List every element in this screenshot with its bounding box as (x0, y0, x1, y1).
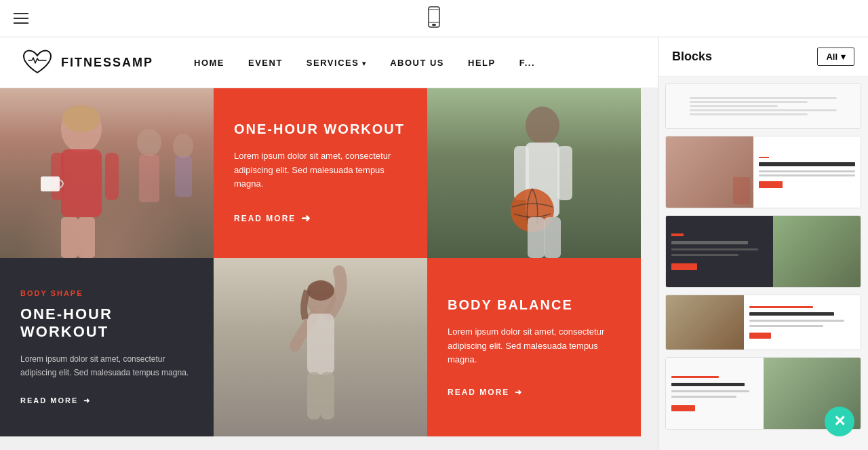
logo-text: FITNESSAMP (61, 56, 153, 70)
thumb-title-sm (749, 312, 834, 316)
thumb-img-sm (666, 295, 744, 350)
cell-dark: BODY SHAPE ONE-HOUR WORKOUT Lorem ipsum … (0, 258, 214, 436)
content-grid: ONE-HOUR WORKOUT Lorem ipsum dolor sit a… (0, 88, 658, 436)
thumb-img-left (666, 136, 753, 208)
cell-basketball-image (427, 88, 641, 258)
all-dropdown[interactable]: All ▾ (817, 48, 854, 66)
thumb-4-content (666, 295, 861, 350)
svg-rect-22 (544, 217, 561, 258)
svg-point-12 (137, 129, 161, 156)
basketball-bg (427, 88, 641, 258)
woman-silhouette (0, 88, 214, 258)
svg-rect-25 (307, 372, 321, 419)
block-thumb-3[interactable] (665, 215, 861, 288)
svg-point-11 (62, 105, 100, 132)
arrow-icon-bottom: ➜ (515, 388, 523, 397)
yoga-silhouette (214, 258, 427, 436)
close-button[interactable]: ✕ (825, 407, 854, 436)
cell-yoga-image (214, 258, 427, 436)
workout-body: Lorem ipsum dolor sit amet, consectetur … (234, 149, 407, 191)
svg-rect-26 (321, 372, 334, 419)
thumb-1-lines (690, 97, 837, 115)
nav-links: HOME EVENT SERVICES ABOUT US HELP F... (194, 58, 535, 68)
nav-help[interactable]: HELP (468, 58, 496, 68)
main-wrapper: FITNESSAMP HOME EVENT SERVICES ABOUT US … (0, 37, 868, 450)
balance-title: BODY BALANCE (448, 297, 620, 313)
nav-home[interactable]: HOME (194, 58, 224, 68)
dark-title: ONE-HOUR WORKOUT (20, 305, 193, 341)
site-preview: FITNESSAMP HOME EVENT SERVICES ABOUT US … (0, 37, 658, 450)
svg-point-14 (173, 134, 193, 158)
balance-body: Lorem ipsum dolor sit amet, consectetur … (448, 325, 620, 367)
top-bar (0, 0, 868, 37)
svg-rect-8 (41, 176, 60, 191)
basketball-silhouette (427, 88, 641, 258)
thumb-text-sm (749, 320, 845, 322)
nav-about[interactable]: ABOUT US (390, 58, 444, 68)
dropdown-arrow-icon: ▾ (841, 52, 846, 62)
thumb-btn-dark (671, 263, 697, 270)
thumb-text (671, 396, 736, 398)
svg-point-27 (307, 280, 334, 301)
thumb-title-dark (671, 241, 748, 244)
sidebar-scroll (658, 77, 868, 436)
cell-red-bottom: BODY BALANCE Lorem ipsum dolor sit amet,… (427, 258, 641, 436)
thumb-line (690, 97, 837, 99)
thumb-line (690, 109, 837, 111)
nav-extra[interactable]: F... (519, 58, 535, 68)
nav-event[interactable]: EVENT (248, 58, 283, 68)
thumb-btn (759, 181, 783, 188)
block-thumb-4[interactable] (665, 295, 861, 350)
svg-rect-10 (78, 217, 95, 258)
thumb-tag (759, 157, 769, 158)
arrow-icon-dark: ➜ (83, 396, 91, 405)
workout-title: ONE-HOUR WORKOUT (234, 121, 407, 137)
nav-bar: FITNESSAMP HOME EVENT SERVICES ABOUT US … (0, 37, 658, 88)
thumb-text-dark (671, 248, 758, 250)
svg-rect-19 (557, 146, 572, 200)
svg-point-16 (526, 107, 559, 145)
thumb-text (671, 390, 749, 392)
woman-mug-bg (0, 88, 214, 258)
read-more-top[interactable]: READ MORE ➜ (234, 212, 407, 225)
thumb-overlay (733, 177, 750, 204)
cell-red-top: ONE-HOUR WORKOUT Lorem ipsum dolor sit a… (214, 88, 427, 258)
thumb-btn-sm (749, 333, 771, 339)
block-thumb-1[interactable] (665, 83, 861, 129)
sidebar-header: Blocks All ▾ (658, 37, 868, 77)
thumb-tag (671, 376, 719, 378)
thumb-line (690, 101, 807, 103)
thumb-btn (671, 405, 695, 411)
thumb-img-right (773, 216, 861, 287)
read-more-dark[interactable]: READ MORE ➜ (20, 396, 193, 405)
thumb-dark-left (666, 216, 773, 287)
thumb-3-content (666, 216, 861, 287)
phone-icon (427, 6, 441, 31)
svg-rect-13 (139, 155, 159, 202)
thumb-line (690, 113, 807, 115)
block-thumb-2[interactable] (665, 136, 861, 208)
dark-body: Lorem ipsum dolor sit amet, consectetur … (20, 353, 193, 379)
thumb-tag-sm (749, 306, 813, 308)
thumb-text (759, 170, 855, 172)
logo-icon (20, 45, 54, 79)
svg-rect-7 (105, 153, 119, 200)
thumb-1-content (666, 84, 861, 128)
svg-rect-15 (175, 156, 192, 197)
body-shape-tag: BODY SHAPE (20, 289, 193, 297)
thumb-red-tag (671, 233, 684, 236)
sidebar: Blocks All ▾ (658, 37, 868, 450)
svg-rect-9 (61, 217, 78, 258)
sidebar-title: Blocks (672, 50, 712, 64)
thumb-line (690, 105, 778, 107)
read-more-bottom[interactable]: READ MORE ➜ (448, 388, 620, 397)
nav-services[interactable]: SERVICES (307, 58, 366, 68)
thumb-title (759, 162, 855, 166)
thumb-text-sm (749, 325, 823, 327)
cell-woman-image (0, 88, 214, 258)
svg-rect-1 (432, 24, 436, 26)
yoga-bg (214, 258, 427, 436)
thumb-2-content (666, 136, 861, 208)
thumb-title (671, 383, 745, 386)
hamburger-menu[interactable] (14, 13, 28, 24)
